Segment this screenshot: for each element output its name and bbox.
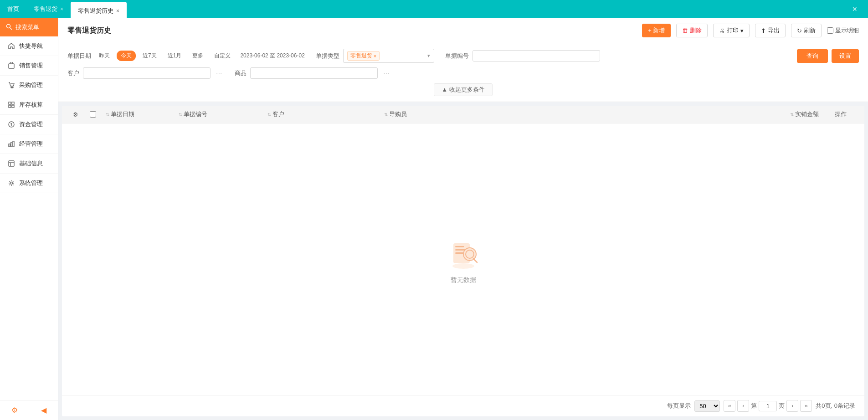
sidebar-item-sales[interactable]: 销售管理 (0, 56, 58, 76)
page-first-button[interactable]: « (724, 400, 735, 412)
th-ops-label: 操作 (835, 110, 847, 118)
sort-icon[interactable]: ⇅ (790, 112, 794, 117)
page-last-button[interactable]: » (800, 400, 812, 412)
date-1month[interactable]: 近1月 (164, 51, 186, 61)
th-date-label: 单据日期 (111, 110, 134, 118)
customer-more-icon[interactable]: ··· (216, 69, 222, 77)
voucher-type-tag-close[interactable]: × (374, 53, 376, 59)
sidebar-item-finance[interactable]: 资金管理 (0, 115, 58, 134)
search-icon (5, 23, 13, 32)
show-detail-checkbox[interactable] (827, 27, 833, 34)
collapse-row: ▲ 收起更多条件 (67, 83, 859, 96)
sidebar-item-operations[interactable]: 经营管理 (0, 134, 58, 154)
home-icon (7, 42, 15, 50)
tab-home[interactable]: 首页 (0, 0, 26, 18)
sort-icon[interactable]: ⇅ (179, 112, 182, 117)
sort-icon[interactable]: ⇅ (267, 112, 271, 117)
date-yesterday[interactable]: 昨天 (95, 51, 114, 61)
filter-settings-button[interactable]: 设置 (832, 49, 859, 63)
svg-rect-11 (11, 143, 12, 147)
voucher-no-label: 单据编号 (445, 52, 469, 60)
commodity-more-icon[interactable]: ··· (383, 69, 389, 77)
sort-icon[interactable]: ⇅ (384, 112, 388, 117)
sidebar-item-label: 资金管理 (19, 120, 43, 128)
voucher-no-input[interactable] (473, 50, 600, 61)
page-prev-button[interactable]: ‹ (737, 400, 749, 412)
th-customer: ⇅ 客户 (264, 106, 380, 123)
tab-list: 首页 零售退货 × 零售退货历史 × (0, 0, 848, 18)
date-more[interactable]: 更多 (188, 51, 207, 61)
show-detail-checkbox-label[interactable]: 显示明细 (827, 26, 859, 35)
new-button[interactable]: + 新增 (642, 24, 671, 37)
page-input[interactable] (759, 401, 777, 411)
empty-icon (445, 234, 482, 271)
refresh-button[interactable]: ↻ 刷新 (791, 24, 822, 37)
pagination: 每页显示 50 10 20 100 « ‹ 第 页 › » 共0页, 0条记录 (62, 395, 864, 416)
svg-point-0 (7, 24, 10, 28)
th-voucher-no: ⇅ 单据编号 (175, 106, 264, 123)
top-bar: 首页 零售退货 × 零售退货历史 × × (0, 0, 868, 18)
delete-button[interactable]: 🗑 删除 (676, 24, 708, 37)
print-icon: 🖨 (719, 27, 725, 34)
voucher-type-label: 单据类型 (316, 52, 339, 60)
sidebar-item-quick-nav[interactable]: 快捷导航 (0, 36, 58, 56)
print-button[interactable]: 🖨 打印 ▾ (713, 24, 750, 37)
window-close-button[interactable]: × (848, 3, 861, 16)
sidebar-settings-button[interactable]: ⚙ (8, 404, 21, 416)
commodity-input[interactable] (250, 67, 378, 79)
top-bar-right: × (848, 3, 868, 16)
svg-rect-6 (12, 102, 14, 104)
sidebar-search[interactable]: 搜索菜单 (0, 18, 58, 36)
export-button[interactable]: ⬆ 导出 (755, 24, 786, 37)
per-page-label: 每页显示 (667, 402, 691, 410)
sidebar-item-label: 快捷导航 (19, 42, 43, 50)
table-header: ⚙ ⇅ 单据日期 ⇅ 单据编号 ⇅ 客户 ⇅ (62, 106, 864, 123)
th-settings[interactable]: ⚙ (67, 107, 84, 123)
voucher-type-select[interactable]: 零售退货 × ▾ (343, 49, 434, 63)
tab-retail-return-history[interactable]: 零售退货历史 × (71, 2, 127, 20)
export-icon: ⬆ (761, 27, 766, 34)
sidebar-item-label: 经营管理 (19, 140, 43, 148)
collapse-button[interactable]: ▲ 收起更多条件 (434, 83, 492, 96)
sidebar-item-label: 采购管理 (19, 81, 43, 89)
select-all-checkbox[interactable] (90, 111, 96, 118)
svg-rect-5 (9, 102, 11, 104)
sidebar-item-basic[interactable]: 基础信息 (0, 154, 58, 174)
tab-home-label: 首页 (7, 5, 19, 13)
tab-retail-return-history-close[interactable]: × (116, 8, 119, 14)
sidebar-item-label: 销售管理 (19, 61, 43, 70)
sidebar-item-inventory[interactable]: 库存核算 (0, 95, 58, 115)
th-date: ⇅ 单据日期 (102, 106, 175, 123)
page-label: 第 (751, 402, 757, 410)
query-button[interactable]: 查询 (797, 49, 828, 63)
show-detail-label: 显示明细 (835, 26, 859, 35)
sort-icon[interactable]: ⇅ (106, 112, 109, 117)
date-7days[interactable]: 近7天 (139, 51, 161, 61)
tab-retail-return-close[interactable]: × (60, 6, 63, 12)
svg-point-16 (10, 182, 13, 184)
th-checkbox[interactable] (84, 107, 102, 122)
purchase-icon (7, 81, 15, 89)
svg-rect-7 (9, 105, 11, 108)
customer-input[interactable] (83, 67, 211, 79)
sidebar-item-purchase[interactable]: 采购管理 (0, 76, 58, 95)
per-page-select[interactable]: 50 10 20 100 (694, 400, 720, 412)
svg-point-4 (12, 87, 13, 88)
refresh-icon: ↻ (797, 27, 802, 34)
svg-rect-12 (13, 141, 14, 147)
page-next-button[interactable]: › (786, 400, 798, 412)
sidebar-item-label: 系统管理 (19, 179, 43, 187)
voucher-type-dropdown-icon: ▾ (427, 53, 430, 59)
tab-retail-return[interactable]: 零售退货 × (26, 0, 71, 18)
svg-rect-2 (9, 64, 14, 68)
sidebar-collapse-button[interactable]: ◀ (37, 404, 50, 416)
svg-rect-10 (9, 144, 10, 147)
date-custom[interactable]: 自定义 (210, 51, 235, 61)
column-settings-icon[interactable]: ⚙ (73, 111, 78, 118)
date-today[interactable]: 今天 (117, 51, 136, 61)
th-voucher-label: 单据编号 (184, 110, 207, 118)
sidebar-item-system[interactable]: 系统管理 (0, 174, 58, 193)
filter-row-1: 单据日期 昨天 今天 近7天 近1月 更多 自定义 2023-06-02 至 2… (67, 49, 859, 63)
sidebar-item-label: 库存核算 (19, 101, 43, 109)
sidebar: 搜索菜单 快捷导航 销售管理 (0, 18, 58, 420)
